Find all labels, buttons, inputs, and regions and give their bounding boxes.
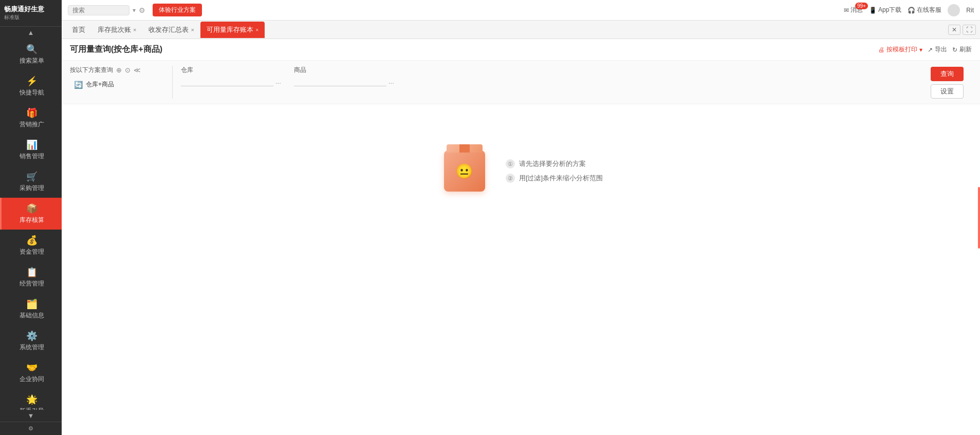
tab-close-icon[interactable]: × bbox=[255, 27, 258, 33]
print-label: 按模板打印 bbox=[886, 45, 917, 54]
top-header: ▾ ⚙ 体验行业方案 ✉ 消息 99+ 📱 App下载 🎧 在线客服 Rit bbox=[62, 0, 980, 21]
empty-illustration: 😐 bbox=[439, 145, 490, 197]
goods-input-row: ... bbox=[294, 77, 397, 86]
box-face-icon: 😐 bbox=[455, 163, 473, 180]
filter-label-text: 按以下方案查询 bbox=[70, 66, 113, 74]
filter-area: 按以下方案查询 ⊕ ⊙ ≪ 🔄 仓库+商品 仓库 bbox=[62, 61, 980, 104]
avatar[interactable] bbox=[948, 4, 960, 16]
sidebar-item-finance[interactable]: 💰 资金管理 bbox=[0, 230, 62, 261]
print-button[interactable]: 🖨 按模板打印 ▾ bbox=[878, 45, 922, 54]
scheme-option-warehouse-goods[interactable]: 🔄 仓库+商品 bbox=[70, 78, 167, 91]
scroll-down-arrow[interactable]: ▼ bbox=[0, 410, 62, 422]
filter-scheme-panel: 按以下方案查询 ⊕ ⊙ ≪ 🔄 仓库+商品 bbox=[70, 66, 173, 99]
tab-label: 首页 bbox=[72, 25, 85, 34]
sidebar-footer[interactable]: ⚙ bbox=[0, 422, 62, 435]
search-input[interactable] bbox=[68, 5, 130, 15]
collapse-icon[interactable]: ≪ bbox=[134, 66, 141, 74]
goods-label: 商品 bbox=[294, 66, 397, 74]
main-content: ▾ ⚙ 体验行业方案 ✉ 消息 99+ 📱 App下载 🎧 在线客服 Rit 首… bbox=[62, 0, 980, 435]
headset-icon: 🎧 bbox=[908, 7, 915, 14]
sidebar-item-purchase[interactable]: 🛒 采购管理 bbox=[0, 166, 62, 198]
message-icon: ✉ bbox=[844, 7, 849, 14]
scheme-label: 仓库+商品 bbox=[86, 80, 114, 89]
warehouse-input-row: ... bbox=[181, 77, 284, 86]
sidebar-item-cooperation[interactable]: 🤝 企业协同 bbox=[0, 357, 62, 389]
industry-button[interactable]: 体验行业方案 bbox=[153, 4, 202, 16]
tab-batch[interactable]: 库存批次账× bbox=[91, 22, 142, 38]
export-button[interactable]: ↗ 导出 bbox=[928, 45, 947, 54]
tab-home[interactable]: 首页 bbox=[66, 22, 91, 38]
tab-summary[interactable]: 收发存汇总表× bbox=[142, 22, 200, 38]
app-logo: 畅康通好生意 标准版 bbox=[0, 0, 62, 27]
sidebar-item-basic[interactable]: 🗂️ 基础信息 bbox=[0, 293, 62, 325]
sidebar-item-newguide[interactable]: 🌟 新手引导 bbox=[0, 389, 62, 410]
empty-tips: ① 请先选择要分析的方案 ② 用[过滤]条件来缩小分析范围 bbox=[506, 159, 603, 183]
search-icon: 🔍 bbox=[26, 44, 38, 55]
sidebar-item-label: 资金管理 bbox=[20, 248, 44, 256]
settings-button[interactable]: 设置 bbox=[931, 84, 964, 99]
refresh-button[interactable]: ↻ 刷新 bbox=[952, 45, 972, 54]
operation-icon: 📋 bbox=[26, 267, 38, 278]
goods-input[interactable] bbox=[294, 77, 386, 86]
title-bar-actions: 🖨 按模板打印 ▾ ↗ 导出 ↻ 刷新 bbox=[878, 45, 972, 54]
inner-page: 可用量查询(按仓库+商品) 🖨 按模板打印 ▾ ↗ 导出 ↻ 刷新 bbox=[62, 39, 980, 435]
setting-scheme-icon[interactable]: ⊙ bbox=[125, 66, 131, 74]
warehouse-more-button[interactable]: ... bbox=[275, 78, 281, 85]
tab-available[interactable]: 可用量库存账本× bbox=[200, 22, 265, 38]
tip-number-2: ② bbox=[506, 174, 515, 183]
notification-area[interactable]: ✉ 消息 99+ bbox=[844, 6, 863, 14]
app-subtitle: 标准版 bbox=[4, 14, 58, 21]
inventory-icon: 📦 bbox=[26, 203, 38, 214]
tab-label: 收发存汇总表 bbox=[149, 25, 189, 34]
expand-button[interactable]: ⛶ bbox=[963, 25, 976, 35]
page-title-bar: 可用量查询(按仓库+商品) 🖨 按模板打印 ▾ ↗ 导出 ↻ 刷新 bbox=[62, 39, 980, 61]
printer-icon: 🖨 bbox=[878, 46, 884, 53]
finance-icon: 💰 bbox=[26, 235, 38, 246]
sidebar-item-label: 搜索菜单 bbox=[20, 56, 44, 65]
sidebar-item-label: 快捷导航 bbox=[20, 88, 44, 97]
chevron-down-icon: ▾ bbox=[133, 7, 136, 14]
sidebar-item-search[interactable]: 🔍 搜索菜单 bbox=[0, 39, 62, 70]
warehouse-input[interactable] bbox=[181, 77, 273, 86]
filter-fields: 仓库 ... 商品 ... bbox=[173, 66, 922, 99]
close-all-tabs-button[interactable]: ✕ bbox=[948, 25, 960, 35]
sidebar-item-label: 系统管理 bbox=[20, 343, 44, 352]
sidebar-nav: 🔍 搜索菜单 ⚡ 快捷导航 🎁 营销推广 📊 销售管理 🛒 采购管理 📦 库存核… bbox=[0, 39, 62, 410]
sidebar-item-inventory[interactable]: 📦 库存核算 bbox=[0, 198, 62, 230]
sidebar-item-label: 企业协同 bbox=[20, 375, 44, 384]
export-label: 导出 bbox=[935, 45, 947, 54]
app-download-label: App下载 bbox=[878, 6, 901, 14]
print-dropdown-icon: ▾ bbox=[919, 46, 922, 53]
goods-more-button[interactable]: ... bbox=[389, 78, 394, 85]
query-button[interactable]: 查询 bbox=[931, 67, 964, 81]
tab-close-icon[interactable]: × bbox=[191, 27, 194, 33]
tab-bar-actions: ✕ ⛶ bbox=[948, 25, 976, 35]
username-text[interactable]: Rit bbox=[966, 7, 974, 14]
box-icon: 😐 bbox=[444, 150, 485, 192]
sidebar-item-sales[interactable]: 📊 销售管理 bbox=[0, 134, 62, 166]
right-edge-indicator bbox=[978, 187, 980, 249]
sidebar-item-system[interactable]: ⚙️ 系统管理 bbox=[0, 325, 62, 357]
top-right-actions: ✉ 消息 99+ 📱 App下载 🎧 在线客服 Rit bbox=[844, 4, 974, 16]
scroll-up-arrow[interactable]: ▲ bbox=[0, 27, 62, 39]
add-scheme-icon[interactable]: ⊕ bbox=[116, 66, 122, 74]
marketing-icon: 🎁 bbox=[26, 107, 38, 119]
empty-tip-2: ② 用[过滤]条件来缩小分析范围 bbox=[506, 174, 603, 183]
gear-icon[interactable]: ⚙ bbox=[139, 6, 145, 14]
app-download-button[interactable]: 📱 App下载 bbox=[869, 6, 901, 14]
sidebar-item-marketing[interactable]: 🎁 营销推广 bbox=[0, 102, 62, 134]
refresh-label: 刷新 bbox=[959, 45, 972, 54]
online-service-button[interactable]: 🎧 在线客服 bbox=[908, 6, 941, 14]
sidebar-item-operation[interactable]: 📋 经营管理 bbox=[0, 261, 62, 293]
cooperation-icon: 🤝 bbox=[26, 362, 38, 373]
sales-icon: 📊 bbox=[26, 139, 38, 150]
sidebar: 畅康通好生意 标准版 ▲ 🔍 搜索菜单 ⚡ 快捷导航 🎁 营销推广 📊 销售管理… bbox=[0, 0, 62, 435]
basic-icon: 🗂️ bbox=[26, 298, 38, 310]
empty-state: 😐 ① 请先选择要分析的方案 ② 用[过滤]条件来缩小分析范围 bbox=[62, 104, 980, 238]
app-title: 畅康通好生意 bbox=[4, 5, 58, 14]
tip-number-1: ① bbox=[506, 159, 515, 168]
refresh-icon: ↻ bbox=[952, 46, 957, 53]
sidebar-item-label: 采购管理 bbox=[20, 184, 44, 193]
tab-close-icon[interactable]: × bbox=[133, 27, 136, 33]
sidebar-item-shortcut[interactable]: ⚡ 快捷导航 bbox=[0, 70, 62, 102]
